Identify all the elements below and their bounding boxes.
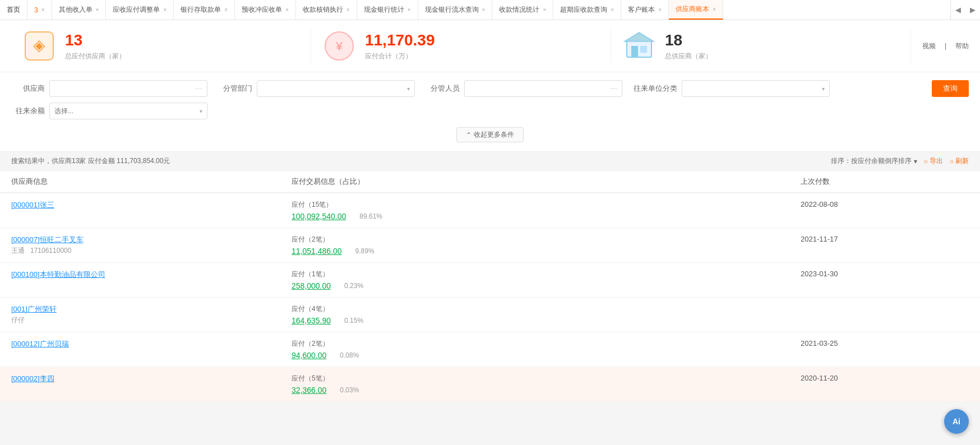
total-suppliers-label: 总供应商（家）	[665, 52, 712, 61]
nav-tab-home[interactable]: 首页	[0, 0, 27, 20]
supplier-name-link[interactable]: [000007]恒旺二手叉车	[11, 235, 292, 245]
close-icon[interactable]: ×	[285, 7, 289, 13]
ai-assistant-button[interactable]: Ai	[944, 409, 969, 434]
sort-button[interactable]: 排序：按应付余额倒序排序 ▾	[831, 156, 917, 166]
balance-chevron[interactable]: ▾	[200, 108, 202, 114]
nav-tab-customer-book[interactable]: 客户账本 ×	[621, 0, 669, 20]
department-chevron[interactable]: ▾	[407, 86, 410, 92]
table-row: [000012]广州贝瑞 应付（2笔） 94,600.00 0.08% 2021…	[0, 332, 980, 367]
filter-balance: 往来余额 ▾	[11, 103, 207, 119]
balance-input[interactable]: ▾	[49, 103, 207, 119]
export-label: 导出	[930, 156, 943, 166]
nav-tab-cash-bank-flow[interactable]: 现金银行流水查询 ×	[418, 0, 493, 20]
payable-amount-link[interactable]: 32,366.00	[292, 386, 326, 395]
data-table: 供应商信息 应付交易信息（占比） 上次付数 [000001]张三 应付（15笔）…	[0, 171, 980, 402]
collapse-button[interactable]: ⌃ 收起更多条件	[456, 127, 524, 142]
help-link[interactable]: 帮助	[955, 41, 969, 51]
payable-amount-link[interactable]: 258,000.00	[292, 281, 331, 290]
nav-next-button[interactable]: ▶	[965, 0, 980, 20]
nav-tab-supplier-book[interactable]: 供应商账本 ×	[669, 0, 723, 20]
supplier-name-link[interactable]: [001]广州荣轩	[11, 304, 292, 314]
sort-label: 排序：按应付余额倒序排序	[831, 156, 912, 166]
collapse-label: 收起更多条件	[474, 130, 514, 140]
supplier-input[interactable]: ···	[49, 80, 207, 97]
summary-content-total-suppliers: 18 总供应商（家）	[665, 31, 712, 62]
query-button[interactable]: 查询	[932, 80, 969, 97]
close-icon[interactable]: ×	[346, 7, 350, 13]
supplier-contact: 王通 17106110000	[11, 246, 292, 256]
supplier-name-link[interactable]: [000001]张三	[11, 200, 292, 210]
person-input[interactable]: ···	[464, 80, 622, 97]
close-icon[interactable]: ×	[224, 7, 228, 13]
close-icon[interactable]: ×	[482, 7, 486, 13]
supplier-info-cell: [000002]李四	[11, 374, 292, 384]
nav-prev-button[interactable]: ◀	[951, 0, 965, 20]
nav-tab-payment-stat[interactable]: 收款情况统计 ×	[492, 0, 553, 20]
right-actions: 排序：按应付余额倒序排序 ▾ ○ 导出 ○ 刷新	[831, 156, 969, 166]
nav-tab-bank[interactable]: 银行存取款单 ×	[174, 0, 235, 20]
svg-marker-7	[625, 33, 654, 41]
payable-amount-link[interactable]: 164,635.90	[292, 316, 331, 325]
supplier-text-input[interactable]	[54, 85, 195, 92]
department-text-input[interactable]	[262, 85, 407, 92]
payable-label: 应付（5笔）	[292, 374, 801, 383]
svg-text:¥: ¥	[335, 39, 343, 53]
payable-percent: 0.23%	[344, 282, 363, 290]
summary-card-payable-amount: ¥ 11,170.39 应付合计（万）	[311, 29, 611, 63]
category-input[interactable]: ▾	[682, 80, 830, 97]
refresh-label: 刷新	[955, 156, 969, 166]
supplier-name-link[interactable]: [000100]本特勤油品有限公司	[11, 270, 292, 280]
nav-tab-overdue[interactable]: 超期应收款查询 ×	[553, 0, 621, 20]
nav-tab-payment-exec[interactable]: 收款核销执行 ×	[296, 0, 357, 20]
payable-amount-link[interactable]: 100,092,540.00	[292, 212, 346, 221]
payable-amount-link[interactable]: 11,051,486.00	[292, 247, 342, 256]
payable-percent: 0.15%	[344, 317, 363, 325]
close-icon[interactable]: ×	[163, 7, 167, 13]
person-filter-label: 分管人员	[426, 84, 460, 94]
video-link[interactable]: 视频	[922, 41, 936, 51]
svg-text:◈: ◈	[33, 36, 45, 54]
payable-label: 应付（4笔）	[292, 304, 801, 314]
payable-info-cell: 应付（15笔） 100,092,540.00 89.61%	[292, 200, 801, 221]
supplier-name-link[interactable]: [000002]李四	[11, 374, 292, 384]
refresh-button[interactable]: ○ 刷新	[950, 156, 969, 166]
close-icon[interactable]: ×	[658, 7, 662, 13]
close-icon[interactable]: ×	[41, 7, 45, 13]
nav-tab-cash-bank-stat[interactable]: 现金银行统计 ×	[357, 0, 418, 20]
category-text-input[interactable]	[687, 85, 822, 92]
close-icon[interactable]: ×	[543, 7, 546, 13]
supplier-name-link[interactable]: [000012]广州贝瑞	[11, 339, 292, 349]
category-chevron[interactable]: ▾	[822, 86, 825, 92]
header-payable-info: 应付交易信息（占比）	[292, 177, 801, 187]
last-pay-date: 2021-03-25	[801, 339, 969, 347]
balance-text-input[interactable]	[54, 107, 200, 115]
close-icon[interactable]: ×	[611, 7, 614, 13]
close-icon[interactable]: ×	[408, 7, 411, 13]
payable-suppliers-number: 13	[65, 31, 126, 50]
payable-percent: 0.08%	[340, 351, 359, 359]
payable-amount-number: 11,170.39	[365, 31, 435, 50]
export-button[interactable]: ○ 导出	[924, 156, 943, 166]
payable-suppliers-label: 总应付供应商（家）	[65, 52, 126, 61]
shop-icon	[622, 29, 656, 63]
person-text-input[interactable]	[469, 85, 610, 92]
person-dots[interactable]: ···	[610, 84, 617, 94]
payable-info-cell: 应付（2笔） 11,051,486.00 9.89%	[292, 235, 801, 256]
supplier-filter-label: 供应商	[11, 84, 45, 94]
payable-info-cell: 应付（1笔） 258,000.00 0.23%	[292, 270, 801, 290]
supplier-dots[interactable]: ···	[195, 84, 202, 94]
payable-amount-link[interactable]: 94,600.00	[292, 351, 326, 360]
nav-tab-prepay[interactable]: 预收冲应收单 ×	[235, 0, 296, 20]
department-input[interactable]: ▾	[257, 80, 415, 97]
summary-card-total-suppliers: 18 总供应商（家）	[611, 29, 911, 63]
nav-arrows: ◀ ▶	[950, 0, 980, 20]
nav-tab-numbered[interactable]: 3 ×	[27, 0, 52, 20]
filter-row-1: 供应商 ··· 分管部门 ▾ 分管人员 ···	[11, 80, 969, 97]
close-icon[interactable]: ×	[713, 6, 716, 12]
nav-tab-adjustment[interactable]: 应收应付调整单 ×	[106, 0, 174, 20]
close-icon[interactable]: ×	[96, 7, 99, 13]
payable-info-cell: 应付（2笔） 94,600.00 0.08%	[292, 339, 801, 360]
supplier-info-cell: [000007]恒旺二手叉车 王通 17106110000	[11, 235, 292, 256]
balance-filter-label: 往来余额	[11, 106, 45, 116]
nav-tab-other-income[interactable]: 其他收入单 ×	[52, 0, 107, 20]
